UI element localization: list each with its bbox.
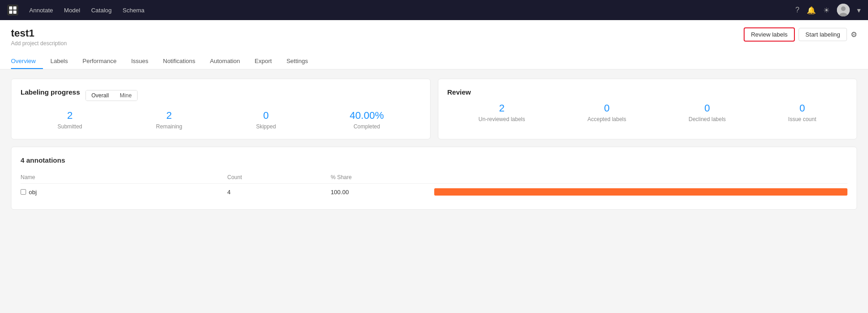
row-bar-cell [434, 188, 848, 196]
annotations-table-header: Name Count % Share [21, 171, 847, 184]
tab-issues[interactable]: Issues [124, 54, 156, 69]
stat-issue-count: 0 Issue count [788, 102, 816, 122]
bar-fill [434, 188, 848, 196]
svg-rect-0 [9, 6, 12, 10]
col-count-header: Count [227, 174, 330, 180]
help-icon[interactable]: ? [795, 6, 799, 14]
review-labels-button[interactable]: Review labels [744, 27, 795, 42]
stat-completed-value: 40.00% [350, 110, 384, 122]
row-share-cell: 100.00 [330, 189, 434, 196]
svg-point-5 [841, 6, 846, 11]
labeling-progress-card: Labeling progress Overall Mine 2 Submitt… [11, 79, 431, 139]
stat-remaining-value: 2 [156, 110, 182, 122]
stat-submitted-value: 2 [58, 110, 82, 122]
row-count-cell: 4 [227, 189, 330, 196]
page-header: test1 Add project description Review lab… [0, 20, 868, 69]
stat-remaining: 2 Remaining [156, 110, 182, 130]
stat-issue-value: 0 [788, 102, 816, 114]
notifications-icon[interactable]: 🔔 [807, 6, 816, 15]
stat-accepted-label: Accepted labels [587, 116, 626, 122]
annotations-card: 4 annotations Name Count % Share obj 4 1… [11, 147, 857, 210]
tab-automation[interactable]: Automation [202, 54, 247, 69]
labeling-stats: 2 Submitted 2 Remaining 0 Skipped 40.00%… [21, 110, 421, 130]
stat-accepted: 0 Accepted labels [587, 102, 626, 122]
top-navigation: Annotate Model Catalog Schema ? 🔔 ☀ ▾ [0, 0, 868, 20]
toggle-mine[interactable]: Mine [114, 90, 137, 101]
stat-declined: 0 Declined labels [688, 102, 725, 122]
col-bar-header [434, 174, 848, 180]
tab-overview[interactable]: Overview [11, 54, 43, 69]
row-label-name: obj [29, 189, 37, 196]
tab-settings[interactable]: Settings [279, 54, 315, 69]
svg-rect-2 [9, 11, 12, 14]
stat-completed: 40.00% Completed [350, 110, 384, 130]
review-stats: 2 Un-reviewed labels 0 Accepted labels 0… [447, 102, 848, 122]
stat-skipped-value: 0 [256, 110, 276, 122]
stat-unreviewed-value: 2 [479, 102, 525, 114]
table-row: obj 4 100.00 [21, 184, 847, 200]
progress-toggle: Overall Mine [85, 90, 138, 101]
stat-unreviewed-label: Un-reviewed labels [479, 116, 525, 122]
project-description[interactable]: Add project description [11, 40, 67, 47]
tab-notifications[interactable]: Notifications [156, 54, 203, 69]
svg-rect-3 [13, 11, 16, 14]
stat-unreviewed: 2 Un-reviewed labels [479, 102, 525, 122]
settings-gear-button[interactable]: ⚙ [851, 30, 857, 39]
stat-submitted-label: Submitted [58, 123, 82, 130]
stat-skipped-label: Skipped [256, 123, 276, 130]
stat-skipped: 0 Skipped [256, 110, 276, 130]
stat-declined-value: 0 [688, 102, 725, 114]
row-name-cell: obj [21, 189, 227, 196]
nav-schema[interactable]: Schema [122, 7, 144, 14]
nav-model[interactable]: Model [64, 7, 80, 14]
tab-export[interactable]: Export [247, 54, 279, 69]
review-card: Review 2 Un-reviewed labels 0 Accepted l… [438, 79, 857, 139]
col-share-header: % Share [330, 174, 434, 180]
topnav-right-actions: ? 🔔 ☀ ▾ [795, 4, 861, 16]
page-tabs: Overview Labels Performance Issues Notif… [11, 54, 857, 69]
svg-rect-1 [13, 6, 16, 10]
nav-catalog[interactable]: Catalog [91, 7, 112, 14]
start-labeling-button[interactable]: Start labeling [799, 28, 847, 41]
user-avatar[interactable] [837, 4, 850, 16]
project-info: test1 Add project description [11, 27, 67, 47]
stat-remaining-label: Remaining [156, 123, 182, 130]
tab-performance[interactable]: Performance [75, 54, 124, 69]
stat-declined-label: Declined labels [688, 116, 725, 122]
cards-row: Labeling progress Overall Mine 2 Submitt… [11, 79, 857, 139]
header-actions: Review labels Start labeling ⚙ [744, 27, 857, 42]
main-content: Labeling progress Overall Mine 2 Submitt… [0, 69, 868, 313]
tab-labels[interactable]: Labels [43, 54, 75, 69]
project-title: test1 [11, 27, 67, 39]
stat-issue-label: Issue count [788, 116, 816, 122]
page-header-top: test1 Add project description Review lab… [11, 27, 857, 47]
user-chevron-icon[interactable]: ▾ [857, 6, 861, 15]
labeling-progress-title: Labeling progress [21, 88, 80, 96]
theme-icon[interactable]: ☀ [823, 6, 830, 15]
bar-background [434, 188, 848, 196]
row-color-indicator [21, 189, 26, 195]
stat-accepted-value: 0 [587, 102, 626, 114]
brand-logo[interactable] [7, 5, 18, 16]
stat-completed-label: Completed [350, 123, 384, 130]
nav-annotate[interactable]: Annotate [29, 7, 53, 14]
stat-submitted: 2 Submitted [58, 110, 82, 130]
toggle-overall[interactable]: Overall [86, 90, 114, 101]
col-name-header: Name [21, 174, 227, 180]
annotations-title: 4 annotations [21, 156, 847, 164]
review-card-title: Review [447, 88, 848, 96]
